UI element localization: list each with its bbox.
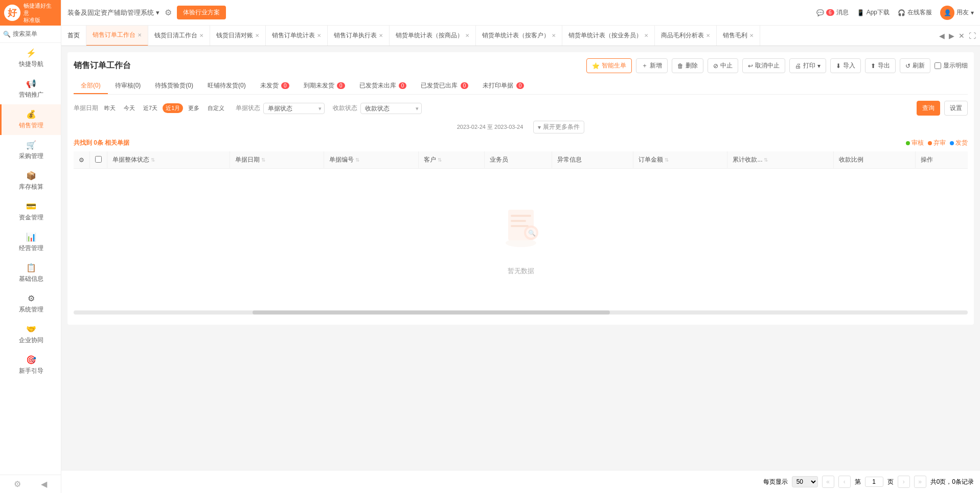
user-menu[interactable]: 👤 用友 ▾ [940, 6, 974, 20]
th-settings[interactable]: ⚙ [74, 151, 90, 169]
sidebar-item-finance[interactable]: 💳 资金管理 [0, 196, 61, 227]
show-detail-checkbox[interactable] [935, 62, 941, 69]
date-btn-7days[interactable]: 近7天 [140, 103, 161, 113]
tab-cash-reconcile[interactable]: 钱货日清对账 ✕ [210, 26, 266, 46]
app-download-link[interactable]: 📱 App下载 [857, 8, 890, 17]
sidebar-item-inventory[interactable]: 📦 库存核算 [0, 166, 61, 196]
tab-close-icon[interactable]: ✕ [749, 33, 754, 38]
tab-gross-profit[interactable]: 商品毛利分析表 ✕ [655, 26, 717, 46]
filter-tab-pending-review[interactable]: 待审核(0) [108, 78, 148, 94]
print-btn[interactable]: 🖨 打印 ▾ [789, 58, 826, 73]
ship-btn[interactable]: 发货 [950, 139, 968, 147]
tab-sales-workbench[interactable]: 销售订单工作台 ✕ [86, 26, 148, 46]
tab-fullscreen-icon[interactable]: ⛶ [967, 32, 978, 40]
th-date[interactable]: 单据日期 [230, 151, 324, 169]
tab-close-icon[interactable]: ✕ [706, 33, 710, 38]
export-btn[interactable]: ⬆ 导出 [865, 58, 896, 73]
tab-close-icon[interactable]: ✕ [317, 33, 321, 38]
system-title-dropdown[interactable]: 装备及固定资产辅助管理系统 ▾ [67, 8, 159, 17]
select-all-checkbox[interactable] [95, 156, 102, 163]
th-staff[interactable]: 业务员 [484, 151, 552, 169]
tab-close-icon[interactable]: ✕ [255, 33, 259, 38]
sidebar-item-quick-nav[interactable]: ⚡ 快捷导航 [0, 43, 61, 74]
tab-close-icon[interactable]: ✕ [552, 33, 556, 38]
date-btn-today[interactable]: 今天 [121, 103, 138, 113]
cancel-stop-btn[interactable]: ↩ 取消中止 [742, 58, 785, 73]
last-page-btn[interactable]: » [914, 476, 926, 488]
import-btn[interactable]: ⬇ 导入 [830, 58, 861, 73]
tab-sales-exec[interactable]: 销售订单执行表 ✕ [328, 26, 390, 46]
industry-btn[interactable]: 体验行业方案 [177, 6, 226, 19]
tab-close-icon[interactable]: ✕ [138, 32, 142, 38]
delete-btn[interactable]: 🗑 删除 [672, 58, 703, 73]
filter-tab-shipped-out[interactable]: 已发货已出库 0 [414, 78, 475, 94]
filter-tab-not-shipped[interactable]: 未发货 0 [253, 78, 297, 94]
sidebar-search[interactable]: 🔍 搜索菜单 [0, 26, 61, 43]
filter-tab-wangpu[interactable]: 旺铺待发货(0) [200, 78, 253, 94]
sidebar-item-sales[interactable]: 💰 销售管理 [0, 104, 61, 135]
tab-close-icon[interactable]: ✕ [199, 33, 203, 38]
sidebar-item-system[interactable]: ⚙ 系统管理 [0, 288, 61, 319]
filter-tab-all[interactable]: 全部(0) [74, 78, 108, 94]
message-icon-wrap[interactable]: 💬 6 消息 [816, 8, 849, 17]
filter-tab-overdue[interactable]: 到期未发货 0 [297, 78, 352, 94]
th-status[interactable]: 单据整体状态 [107, 151, 230, 169]
tab-cash-daily[interactable]: 钱货日清工作台 ✕ [148, 26, 210, 46]
th-collected[interactable]: 累计收款... [727, 151, 834, 169]
stop-btn[interactable]: ⊘ 中止 [708, 58, 738, 73]
sidebar-item-guide[interactable]: 🎯 新手引导 [0, 350, 61, 380]
tab-close-icon[interactable]: ✕ [465, 33, 469, 38]
next-page-btn[interactable]: › [898, 476, 910, 488]
th-check[interactable] [90, 151, 107, 169]
th-customer[interactable]: 客户 [418, 151, 484, 169]
tab-scroll-right-icon[interactable]: ▶ [947, 32, 956, 40]
sidebar-item-operations[interactable]: 📊 经营管理 [0, 227, 61, 258]
content-area: 销售订单工作台 ⭐ 智能生单 ＋ 新增 🗑 删除 ⊘ [61, 46, 980, 470]
online-service-link[interactable]: 🎧 在线客服 [898, 8, 932, 17]
horizontal-scrollbar[interactable] [74, 310, 968, 315]
first-page-btn[interactable]: « [822, 476, 834, 488]
filter-settings-btn[interactable]: 设置 [944, 101, 968, 116]
page-size-select[interactable]: 50 10 20 100 [792, 476, 818, 487]
tab-scroll-left-icon[interactable]: ◀ [937, 32, 947, 40]
filter-tab-not-printed[interactable]: 未打印单据 0 [475, 78, 531, 94]
query-btn[interactable]: 查询 [917, 101, 940, 116]
tab-home[interactable]: 首页 [61, 26, 86, 46]
add-btn[interactable]: ＋ 新增 [636, 58, 668, 73]
cancel-review-btn[interactable]: 弃审 [928, 139, 946, 147]
th-amount[interactable]: 订单金额 [633, 151, 727, 169]
date-btn-custom[interactable]: 自定义 [204, 103, 227, 113]
page-number-input[interactable] [865, 477, 883, 487]
smart-create-btn[interactable]: ⭐ 智能生单 [586, 58, 632, 73]
tab-sales-stats[interactable]: 销售订单统计表 ✕ [266, 26, 328, 46]
sidebar-item-marketing[interactable]: 📢 营销推广 [0, 74, 61, 104]
sidebar-collapse-icon[interactable]: ◀ [41, 479, 47, 489]
sidebar-item-base-info[interactable]: 📋 基础信息 [0, 258, 61, 288]
cancel-review-dot [928, 141, 932, 145]
payment-select[interactable]: 收款状态 [360, 103, 422, 114]
show-detail-label[interactable]: 显示明细 [935, 61, 968, 70]
tab-sales-summary-customer[interactable]: 销货单统计表（按客户） ✕ [476, 26, 562, 46]
prev-page-btn[interactable]: ‹ [838, 476, 851, 488]
sidebar-item-enterprise[interactable]: 🤝 企业协同 [0, 319, 61, 350]
review-btn[interactable]: 审核 [906, 139, 924, 147]
tab-sales-summary-goods[interactable]: 销货单统计表（按商品） ✕ [390, 26, 476, 46]
tab-sales-more[interactable]: 销售毛利 ✕ [717, 26, 760, 46]
sidebar-settings-icon[interactable]: ⚙ [14, 479, 21, 489]
status-select[interactable]: 单据状态 [263, 103, 325, 114]
scrollbar-thumb[interactable] [253, 310, 610, 315]
date-btn-1month[interactable]: 近1月 [163, 103, 183, 113]
tab-close-all-icon[interactable]: ✕ [956, 32, 967, 40]
expand-btn[interactable]: ▾ 展开更多条件 [533, 121, 584, 133]
filter-tab-shipped-not-out[interactable]: 已发货未出库 0 [352, 78, 414, 94]
date-btn-more[interactable]: 更多 [185, 103, 202, 113]
tab-close-icon[interactable]: ✕ [644, 33, 648, 38]
refresh-btn[interactable]: ↺ 刷新 [900, 58, 930, 73]
date-btn-yesterday[interactable]: 昨天 [101, 103, 119, 113]
filter-tab-pending-inspection[interactable]: 待拣货验货(0) [148, 78, 200, 94]
tab-sales-summary-staff[interactable]: 销货单统计表（按业务员） ✕ [562, 26, 655, 46]
sidebar-item-purchase[interactable]: 🛒 采购管理 [0, 135, 61, 166]
topbar-settings-icon[interactable]: ⚙ [165, 8, 172, 17]
tab-close-icon[interactable]: ✕ [379, 33, 383, 38]
th-number[interactable]: 单据编号 [324, 151, 418, 169]
